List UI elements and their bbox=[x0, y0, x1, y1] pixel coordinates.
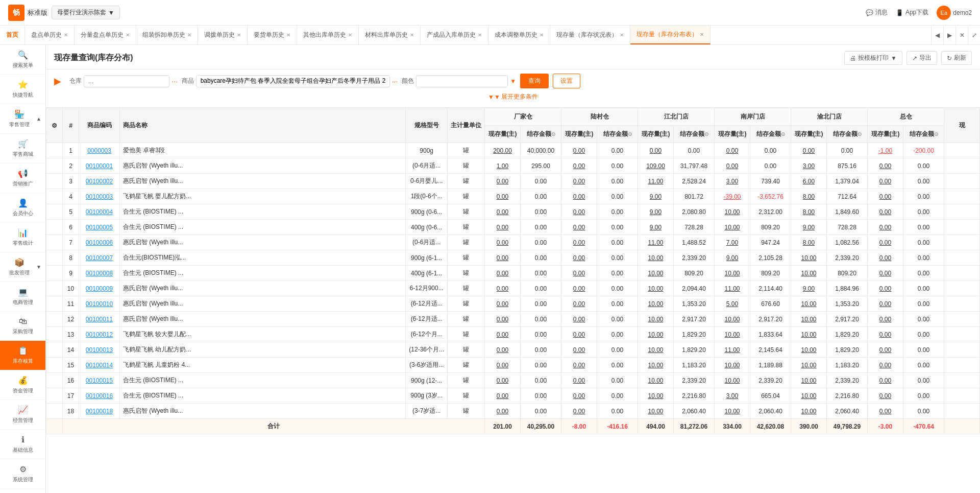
td-factory-qty[interactable]: 0.00 bbox=[485, 174, 521, 189]
td-factory-qty[interactable]: 0.00 bbox=[485, 296, 521, 312]
td-yubei-qty[interactable]: 8.00 bbox=[791, 235, 827, 250]
td-nanan-qty[interactable]: 3.00 bbox=[715, 174, 750, 189]
tab-product-inbound[interactable]: 产成品入库单历史 ✕ bbox=[421, 26, 488, 44]
td-luvun-qty[interactable]: 0.00 bbox=[561, 312, 597, 327]
td-luvun-qty[interactable]: 0.00 bbox=[561, 189, 597, 204]
td-code[interactable]: 00100011 bbox=[79, 312, 120, 327]
td-yubei-qty[interactable]: 6.00 bbox=[791, 174, 827, 189]
export-btn[interactable]: ↗ 导出 bbox=[906, 51, 937, 65]
td-jiangbei-qty[interactable]: 10.00 bbox=[638, 266, 674, 281]
sidebar-item-search[interactable]: 🔍 搜索英单 bbox=[0, 45, 45, 75]
td-code[interactable]: 00100018 bbox=[79, 404, 120, 419]
td-yubei-qty[interactable]: 10.00 bbox=[791, 342, 827, 358]
td-jiangbei-qty[interactable]: 9.00 bbox=[638, 189, 674, 204]
tab-split-inventory[interactable]: 分量盘点单历史 ✕ bbox=[75, 26, 136, 44]
td-luvun-qty[interactable]: 0.00 bbox=[561, 158, 597, 174]
td-total-qty[interactable]: 0.00 bbox=[868, 327, 903, 342]
sidebar-item-base-info[interactable]: ℹ 基础信息 bbox=[0, 430, 45, 459]
td-jiangbei-qty[interactable]: 10.00 bbox=[638, 296, 674, 312]
td-code[interactable]: 00100008 bbox=[79, 266, 120, 281]
sidebar-item-retail-mgmt[interactable]: 🏪 零售管理 ▲ bbox=[0, 104, 45, 134]
td-code[interactable]: 00100014 bbox=[79, 358, 120, 373]
td-luvun-qty[interactable]: 0.00 bbox=[561, 143, 597, 158]
td-code[interactable]: 00100003 bbox=[79, 189, 120, 204]
td-code[interactable]: 00100006 bbox=[79, 235, 120, 250]
td-factory-qty[interactable]: 0.00 bbox=[485, 373, 521, 388]
td-factory-qty[interactable]: 0.00 bbox=[485, 281, 521, 296]
td-luvun-qty[interactable]: 0.00 bbox=[561, 220, 597, 235]
print-btn[interactable]: 🖨 按模板打印 ▼ bbox=[844, 51, 902, 65]
td-jiangbei-qty[interactable]: 11.00 bbox=[638, 174, 674, 189]
td-nanan-qty[interactable]: 10.00 bbox=[715, 404, 750, 419]
td-jiangbei-qty[interactable]: 11.00 bbox=[638, 235, 674, 250]
sidebar-item-member[interactable]: 👤 会员中心 bbox=[0, 193, 45, 223]
td-nanan-qty[interactable]: 11.00 bbox=[715, 342, 750, 358]
td-jiangbei-qty[interactable]: 10.00 bbox=[638, 404, 674, 419]
close-icon[interactable]: ✕ bbox=[187, 32, 191, 38]
sidebar-item-retail-stats[interactable]: 📊 零售统计 bbox=[0, 223, 45, 252]
tab-home[interactable]: 首页 bbox=[0, 26, 25, 44]
goods-input[interactable] bbox=[196, 75, 390, 87]
td-factory-qty[interactable]: 0.00 bbox=[485, 388, 521, 404]
td-luvun-qty[interactable]: 0.00 bbox=[561, 327, 597, 342]
td-nanan-qty[interactable]: -39.00 bbox=[715, 189, 750, 204]
td-code[interactable]: 00100004 bbox=[79, 204, 120, 220]
td-yubei-qty[interactable]: 10.00 bbox=[791, 373, 827, 388]
expand-arrow-btn[interactable]: ▶ bbox=[54, 76, 61, 87]
td-luvun-qty[interactable]: 0.00 bbox=[561, 174, 597, 189]
td-luvun-qty[interactable]: 0.00 bbox=[561, 235, 597, 250]
td-factory-qty[interactable]: 0.00 bbox=[485, 312, 521, 327]
td-yubei-qty[interactable]: 0.00 bbox=[791, 143, 827, 158]
warehouse-input[interactable] bbox=[84, 75, 169, 87]
td-factory-qty[interactable]: 0.00 bbox=[485, 204, 521, 220]
td-jiangbei-qty[interactable]: 10.00 bbox=[638, 342, 674, 358]
td-nanan-qty[interactable]: 7.00 bbox=[715, 235, 750, 250]
td-nanan-qty[interactable]: 9.00 bbox=[715, 250, 750, 266]
info-icon[interactable]: ⊙ bbox=[628, 131, 632, 137]
td-code[interactable]: 00100013 bbox=[79, 342, 120, 358]
td-jiangbei-qty[interactable]: 10.00 bbox=[638, 358, 674, 373]
td-luvun-qty[interactable]: 0.00 bbox=[561, 388, 597, 404]
td-total-qty[interactable]: 0.00 bbox=[868, 174, 903, 189]
sidebar-item-nav[interactable]: ⭐ 快捷导航 bbox=[0, 75, 45, 104]
td-factory-qty[interactable]: 0.00 bbox=[485, 404, 521, 419]
close-icon[interactable]: ✕ bbox=[540, 32, 544, 38]
td-jiangbei-qty[interactable]: 10.00 bbox=[638, 250, 674, 266]
td-code[interactable]: 00100007 bbox=[79, 250, 120, 266]
info-icon[interactable]: ⊙ bbox=[857, 131, 862, 137]
td-total-qty[interactable]: 0.00 bbox=[868, 373, 903, 388]
info-icon[interactable]: ⊙ bbox=[934, 131, 938, 137]
td-total-qty[interactable]: 0.00 bbox=[868, 235, 903, 250]
td-total-qty[interactable]: 0.00 bbox=[868, 220, 903, 235]
td-nanan-qty[interactable]: 10.00 bbox=[715, 327, 750, 342]
td-jiangbei-qty[interactable]: 10.00 bbox=[638, 373, 674, 388]
td-luvun-qty[interactable]: 0.00 bbox=[561, 373, 597, 388]
td-jiangbei-qty[interactable]: 9.00 bbox=[638, 220, 674, 235]
td-total-qty[interactable]: 0.00 bbox=[868, 296, 903, 312]
td-yubei-qty[interactable]: 3.00 bbox=[791, 158, 827, 174]
td-code[interactable]: 00100012 bbox=[79, 327, 120, 342]
tab-other-outbound[interactable]: 其他出库单历史 ✕ bbox=[297, 26, 359, 44]
td-code[interactable]: 00100015 bbox=[79, 373, 120, 388]
td-yubei-qty[interactable]: 10.00 bbox=[791, 404, 827, 419]
td-total-qty[interactable]: 0.00 bbox=[868, 388, 903, 404]
td-factory-qty[interactable]: 0.00 bbox=[485, 250, 521, 266]
close-icon[interactable]: ✕ bbox=[64, 32, 68, 38]
color-input[interactable] bbox=[416, 75, 508, 87]
expand-more-btn[interactable]: ▼▼ 展开更多条件 bbox=[488, 92, 538, 101]
td-total-qty[interactable]: 0.00 bbox=[868, 312, 903, 327]
td-luvun-qty[interactable]: 0.00 bbox=[561, 281, 597, 296]
refresh-btn[interactable]: ↻ 刷新 bbox=[941, 51, 972, 65]
td-total-qty[interactable]: 0.00 bbox=[868, 358, 903, 373]
sidebar-item-finance[interactable]: 💰 资金管理 bbox=[0, 370, 45, 400]
td-total-qty[interactable]: -1.00 bbox=[868, 143, 903, 158]
td-yubei-qty[interactable]: 10.00 bbox=[791, 250, 827, 266]
close-icon[interactable]: ✕ bbox=[478, 32, 482, 38]
tab-transfer[interactable]: 调拨单历史 ✕ bbox=[198, 26, 248, 44]
message-btn[interactable]: 💬 消息 bbox=[866, 8, 888, 17]
td-nanan-qty[interactable]: 5.00 bbox=[715, 296, 750, 312]
td-yubei-qty[interactable]: 8.00 bbox=[791, 204, 827, 220]
td-nanan-qty[interactable]: 0.00 bbox=[715, 143, 750, 158]
td-yubei-qty[interactable]: 10.00 bbox=[791, 388, 827, 404]
close-icon[interactable]: ✕ bbox=[237, 32, 241, 38]
